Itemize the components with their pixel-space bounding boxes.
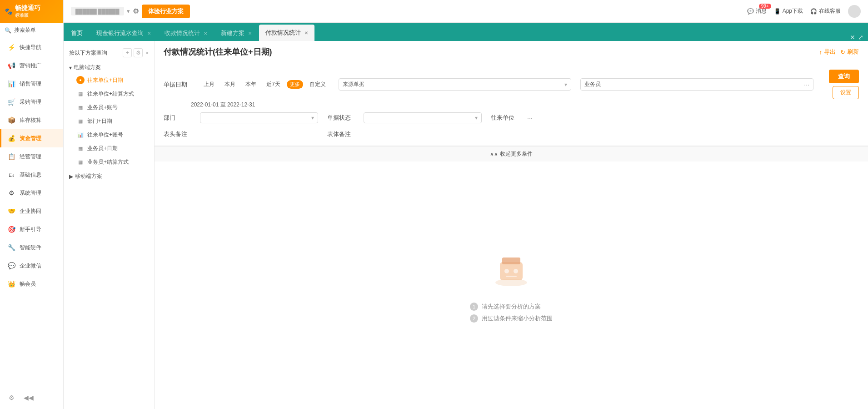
sidebar-item-operation[interactable]: 📋 经营管理: [0, 147, 63, 166]
top-header: ██████ ██████ ▾ ⚙ 体验行业方案 💬 消息 99+ 📱 App下…: [64, 0, 868, 23]
source-doc-select[interactable]: 来源单据 ▾: [339, 78, 572, 91]
mobile-group-header[interactable]: ▶ 移动端方案: [64, 171, 154, 182]
scheme-item-partner-account[interactable]: 📊往来单位+账号: [64, 128, 154, 141]
scheme-settings-btn[interactable]: ⚙: [134, 48, 143, 57]
sidebar-item-purchase[interactable]: 🛒 采购管理: [0, 93, 63, 111]
body-note-label: 表体备注: [327, 130, 354, 138]
body-note-input[interactable]: [364, 129, 477, 139]
sidebar-item-member[interactable]: 👑 畅会员: [0, 275, 63, 293]
scheme-item-dept-date[interactable]: ▦部门+日期: [64, 114, 154, 128]
desktop-group-header[interactable]: ▾ 电脑端方案: [64, 62, 154, 73]
tab-receipt-stat[interactable]: 收款情况统计✕: [158, 25, 214, 41]
search-menu[interactable]: 🔍 搜索菜单: [0, 23, 63, 38]
scheme-item-staff-settle[interactable]: ▦业务员+结算方式: [64, 155, 154, 169]
tab-close-receipt-stat[interactable]: ✕: [204, 31, 207, 36]
settings-icon[interactable]: ⚙: [5, 391, 18, 404]
header-note-label: 表头备注: [164, 130, 191, 138]
filter-row-2: 部门 ▾ 单据状态 ▾ 往来单位: [164, 112, 859, 123]
sidebar-item-wechat[interactable]: 💬 企业微信: [0, 257, 63, 275]
sidebar-item-hardware[interactable]: 🔧 智能硬件: [0, 238, 63, 257]
sidebar-item-quick-nav[interactable]: ⚡ 快捷导航: [0, 38, 63, 56]
tab-home[interactable]: 首页: [65, 25, 89, 41]
staff-select[interactable]: 业务员 ···: [580, 78, 813, 91]
tab-payment-stat[interactable]: 付款情况统计✕: [259, 25, 314, 41]
export-btn[interactable]: ↑ 导出: [819, 48, 836, 56]
sidebar-item-marketing[interactable]: 📢 营销推广: [0, 56, 63, 75]
scheme-label-partner-account: 往来单位+账号: [87, 131, 123, 139]
right-content: 付款情况统计(往来单位+日期) ↑ 导出 ↻ 刷新 单据日期: [155, 41, 868, 409]
tab-bank-flow[interactable]: 现金银行流水查询✕: [90, 25, 157, 41]
sidebar-item-sales[interactable]: 📊 销售管理: [0, 75, 63, 93]
header-right: 💬 消息 99+ 📱 App下载 🎧 在线客服: [747, 5, 861, 18]
refresh-icon: ↻: [840, 49, 845, 56]
filter-row-1: 单据日期 上月 本月 本年 近7天 更多 自定义 来源单据 ▾: [164, 70, 859, 99]
panel-collapse-btn[interactable]: «: [145, 50, 149, 56]
scheme-item-partner-settle[interactable]: ▦往来单位+结算方式: [64, 87, 154, 101]
sidebar-item-inventory[interactable]: 📦 库存核算: [0, 111, 63, 129]
sidebar-item-newbie[interactable]: 🎯 新手引导: [0, 220, 63, 238]
sidebar-icon-quick-nav: ⚡: [7, 43, 16, 52]
trial-button[interactable]: 体验行业方案: [142, 5, 190, 18]
desktop-group-label: 电脑端方案: [74, 64, 101, 71]
content-area: 按以下方案查询 + ⚙ « ▾ 电脑端方案 ●往来单位+日期▦往来单位+结算方式…: [64, 41, 868, 409]
tab-expand-btn[interactable]: ⤢: [858, 34, 863, 41]
header-gear-icon[interactable]: ⚙: [133, 7, 139, 15]
sidebar-label-system: 系统管理: [20, 189, 41, 197]
export-label: 导出: [824, 48, 836, 56]
desktop-scheme-group: ▾ 电脑端方案 ●往来单位+日期▦往来单位+结算方式▦业务员+账号▦部门+日期📊…: [64, 62, 154, 169]
msg-badge: 99+: [759, 4, 771, 9]
collapse-icon[interactable]: ◀◀: [22, 391, 35, 404]
refresh-btn[interactable]: ↻ 刷新: [840, 48, 859, 56]
sidebar-label-purchase: 采购管理: [20, 98, 41, 106]
dropdown-btn[interactable]: ▾: [127, 8, 130, 15]
msg-btn[interactable]: 💬 消息 99+: [747, 7, 767, 15]
tab-close-new-scheme[interactable]: ✕: [248, 31, 252, 36]
tab-close-bank-flow[interactable]: ✕: [147, 31, 151, 36]
header-note-input[interactable]: [200, 129, 314, 139]
doc-status-select[interactable]: ▾: [364, 112, 482, 123]
table-icon: ▦: [76, 103, 85, 111]
sidebar-item-system[interactable]: ⚙ 系统管理: [0, 184, 63, 202]
sidebar-item-basic-info[interactable]: 🗂 基础信息: [0, 166, 63, 184]
sidebar-item-enterprise[interactable]: 🤝 企业协同: [0, 202, 63, 220]
user-name-display[interactable]: ██████ ██████: [71, 7, 124, 15]
date-opt-this-year[interactable]: 本年: [242, 79, 260, 90]
scheme-item-staff-account[interactable]: ▦业务员+账号: [64, 101, 154, 114]
sidebar-icon-sales: 📊: [7, 79, 16, 88]
service-btn[interactable]: 🎧 在线客服: [810, 7, 841, 15]
search-icon: 🔍: [5, 27, 11, 34]
scheme-label-staff-date: 业务员+日期: [87, 145, 118, 152]
date-opt-custom[interactable]: 自定义: [306, 79, 329, 90]
tab-label-home: 首页: [71, 29, 83, 37]
table-icon: ▦: [76, 117, 85, 125]
date-opt-more[interactable]: 更多: [287, 80, 303, 89]
scheme-item-staff-date[interactable]: ▦业务员+日期: [64, 141, 154, 155]
app-download-btn[interactable]: 📱 App下载: [774, 7, 803, 15]
scheme-list: ●往来单位+日期▦往来单位+结算方式▦业务员+账号▦部门+日期📊往来单位+账号▦…: [64, 73, 154, 169]
tab-close-all-btn[interactable]: ✕: [850, 34, 855, 41]
empty-tip-2: 2 用过滤条件来缩小分析范围: [470, 314, 553, 323]
collapse-more-btn[interactable]: ∧∧ 收起更多条件: [490, 150, 533, 158]
sidebar-icon-newbie: 🎯: [7, 225, 16, 234]
source-doc-caret: ▾: [564, 81, 567, 88]
add-scheme-btn[interactable]: +: [123, 48, 132, 57]
query-button[interactable]: 查询: [829, 70, 859, 83]
refresh-label: 刷新: [847, 48, 859, 56]
partner-dots-btn[interactable]: ···: [527, 114, 533, 121]
page-title: 付款情况统计(往来单位+日期): [164, 46, 272, 57]
left-panel: 按以下方案查询 + ⚙ « ▾ 电脑端方案 ●往来单位+日期▦往来单位+结算方式…: [64, 41, 155, 409]
date-opt-7days[interactable]: 近7天: [263, 79, 284, 90]
scheme-item-partner-date[interactable]: ●往来单位+日期: [64, 73, 154, 87]
date-opt-this-month[interactable]: 本月: [221, 79, 239, 90]
dept-select[interactable]: ▾: [200, 112, 318, 123]
date-opt-last-month[interactable]: 上月: [200, 79, 218, 90]
filter-settings-btn[interactable]: 设置: [833, 86, 859, 99]
sidebar-item-capital[interactable]: 💰 资金管理: [0, 129, 63, 147]
collapse-label: 收起更多条件: [500, 150, 533, 158]
tab-close-payment-stat[interactable]: ✕: [304, 30, 308, 35]
filter-area: 单据日期 上月 本月 本年 近7天 更多 自定义 来源单据 ▾: [155, 63, 868, 146]
tab-new-scheme[interactable]: 新建方案✕: [215, 25, 258, 41]
table-icon: ▦: [76, 90, 85, 98]
staff-dots-btn[interactable]: ···: [804, 81, 809, 88]
user-avatar[interactable]: [848, 5, 861, 18]
